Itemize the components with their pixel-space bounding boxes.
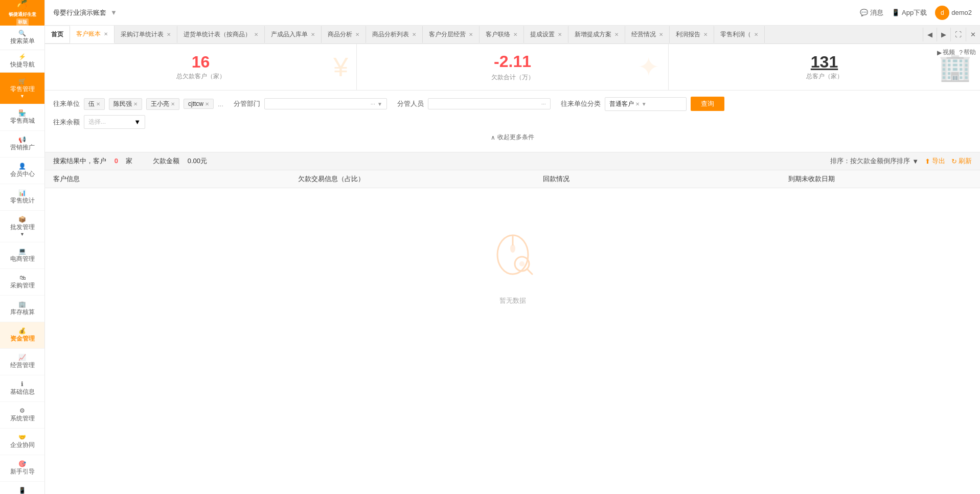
message-icon: 💬 bbox=[860, 9, 868, 16]
tab-scroll-right[interactable]: ▶ bbox=[937, 28, 950, 41]
tab-new-tip-plan-close[interactable]: ✕ bbox=[614, 32, 619, 37]
query-button[interactable]: 查询 bbox=[691, 97, 724, 111]
tab-inbound-stats-label: 进货单统计表（按商品） bbox=[184, 30, 251, 39]
dept-select[interactable]: ··· ▼ bbox=[264, 98, 387, 109]
sidebar-item-operations[interactable]: 📈 经营管理 bbox=[0, 349, 44, 375]
sidebar-item-app-center[interactable]: 📱 应用中心 bbox=[0, 482, 44, 494]
tab-cost-inbound-close[interactable]: ✕ bbox=[311, 32, 315, 37]
tab-actions: ◀ ▶ ⛶ ✕ bbox=[923, 28, 980, 41]
sidebar-item-ecommerce[interactable]: 💻 电商管理 bbox=[0, 242, 44, 269]
balance-select[interactable]: 选择... ▼ bbox=[84, 115, 145, 129]
refresh-label: 刷新 bbox=[959, 156, 972, 166]
sidebar-item-retail-mall[interactable]: 🏪 零售商城 bbox=[0, 104, 44, 131]
export-btn[interactable]: ⬆ 导出 bbox=[925, 156, 945, 166]
sidebar-item-marketing[interactable]: 📢 营销推广 bbox=[0, 131, 44, 158]
th-overdue-date: 到期未收款日期 bbox=[788, 174, 972, 184]
empty-text: 暂无数据 bbox=[499, 296, 526, 305]
filter-tag-1: 伍 ✕ bbox=[84, 98, 105, 110]
tab-customer-segment[interactable]: 客户分层经营 ✕ bbox=[423, 26, 480, 43]
sidebar-item-enterprise-collab[interactable]: 🤝 企业协同 bbox=[0, 429, 44, 455]
filter-more-tags[interactable]: ... bbox=[218, 100, 223, 108]
app-download-btn[interactable]: 📱 App下载 bbox=[892, 8, 927, 17]
tab-maximize[interactable]: ⛶ bbox=[950, 28, 966, 41]
tab-product-analysis-close[interactable]: ✕ bbox=[355, 32, 359, 37]
sidebar-item-purchase-mgmt[interactable]: 🛍 采购管理 bbox=[0, 269, 44, 296]
sidebar-item-wholesale-mgmt[interactable]: 📦 批发管理 ▼ bbox=[0, 211, 44, 242]
tab-scroll-left[interactable]: ◀ bbox=[923, 28, 937, 41]
tab-purchase-order-close[interactable]: ✕ bbox=[167, 32, 171, 37]
tab-purchase-order-stats[interactable]: 采购订单统计表 ✕ bbox=[115, 26, 177, 43]
tab-product-analysis-list-label: 商品分析列表 bbox=[372, 30, 409, 39]
tab-close-all[interactable]: ✕ bbox=[966, 28, 980, 41]
tab-profit-report[interactable]: 利润报告 ✕ bbox=[670, 26, 714, 43]
sidebar-item-system[interactable]: ⚙ 系统管理 bbox=[0, 402, 44, 429]
sidebar-item-retail-stats[interactable]: 📊 零售统计 bbox=[0, 184, 44, 211]
refresh-btn[interactable]: ↻ 刷新 bbox=[951, 156, 972, 166]
stat-total-customers: 🏢 131 总客户（家） ▶ 视频 ? 帮助 bbox=[669, 44, 980, 90]
user-info[interactable]: d demo2 bbox=[935, 6, 972, 20]
unit-type-tag-close[interactable]: ✕ bbox=[635, 101, 640, 107]
help-btn[interactable]: ? 帮助 bbox=[959, 48, 976, 57]
logo-text: 畅捷通好生意 bbox=[9, 12, 36, 17]
stats-bar: ¥ 16 总欠款客户（家） ✦ -2.11 欠款合计（万） 🏢 131 总客户（… bbox=[45, 44, 980, 91]
collapse-btn[interactable]: ∧ 收起更多条件 bbox=[491, 133, 534, 142]
unit-type-label: 往来单位分类 bbox=[561, 99, 601, 108]
person-select[interactable]: ··· bbox=[428, 98, 551, 109]
tab-retail-profit-close[interactable]: ✕ bbox=[754, 32, 758, 37]
sidebar-item-finance[interactable]: 💰 资金管理 bbox=[0, 322, 44, 349]
filter-collapse-row: ∧ 收起更多条件 bbox=[53, 133, 972, 142]
sidebar-item-basic-info[interactable]: ℹ 基础信息 bbox=[0, 375, 44, 402]
tab-product-analysis-list[interactable]: 商品分析列表 ✕ bbox=[366, 26, 423, 43]
tab-tip-settings-close[interactable]: ✕ bbox=[558, 32, 562, 37]
filter-tag-1-close[interactable]: ✕ bbox=[96, 101, 100, 107]
search-result-info: 搜索结果中，客户 0 家 欠款金额 0.00元 bbox=[53, 156, 219, 166]
tab-customer-contact[interactable]: 客户联络 ✕ bbox=[480, 26, 524, 43]
top-header: 母婴行业演示账套 ▼ 💬 消息 📱 App下载 d demo2 bbox=[45, 0, 980, 26]
tab-product-analysis-list-close[interactable]: ✕ bbox=[412, 32, 416, 37]
filter-tag-4-close[interactable]: ✕ bbox=[205, 101, 209, 107]
unit-label: 往来单位 bbox=[53, 99, 80, 108]
tab-product-analysis[interactable]: 商品分析 ✕ bbox=[322, 26, 366, 43]
tab-customer-ledger[interactable]: 客户账本 ✕ bbox=[70, 26, 115, 43]
video-btn[interactable]: ▶ 视频 bbox=[937, 48, 955, 57]
balance-arrow: ▼ bbox=[134, 118, 141, 126]
filter-tag-2-close[interactable]: ✕ bbox=[133, 101, 138, 107]
tab-inbound-stats[interactable]: 进货单统计表（按商品） ✕ bbox=[177, 26, 265, 43]
dept-label: 分管部门 bbox=[234, 99, 260, 108]
tenant-dropdown-icon[interactable]: ▼ bbox=[110, 9, 117, 16]
sidebar-item-member-center[interactable]: 👤 会员中心 bbox=[0, 158, 44, 184]
th-collection: 回款情况 bbox=[543, 174, 788, 184]
filter-tag-3-close[interactable]: ✕ bbox=[171, 101, 175, 107]
message-btn[interactable]: 💬 消息 bbox=[860, 8, 883, 17]
th-debt-info: 欠款交易信息（占比） bbox=[298, 174, 543, 184]
sort-select[interactable]: 排序：按欠款金额倒序排序 ▼ bbox=[830, 156, 919, 166]
app-download-label: App下载 bbox=[902, 8, 927, 17]
sidebar-item-retail-mgmt[interactable]: 🛒 零售管理 ▼ bbox=[0, 73, 44, 104]
tab-home[interactable]: 首页 bbox=[45, 26, 70, 43]
top-header-right: 💬 消息 📱 App下载 d demo2 bbox=[860, 6, 972, 20]
video-icon: ▶ bbox=[937, 49, 942, 56]
tab-inbound-stats-close[interactable]: ✕ bbox=[254, 32, 258, 37]
dept-arrow-icon: ▼ bbox=[377, 101, 382, 107]
result-text: 搜索结果中，客户 0 家 bbox=[53, 157, 141, 165]
tab-operation-status[interactable]: 经营情况 ✕ bbox=[625, 26, 670, 43]
stat-total-debtors: ¥ 16 总欠款客户（家） bbox=[45, 44, 357, 90]
unit-type-select[interactable]: 普通客户 ✕ ▼ bbox=[605, 97, 687, 111]
tab-tip-settings[interactable]: 提成设置 ✕ bbox=[524, 26, 568, 43]
tab-customer-ledger-close[interactable]: ✕ bbox=[104, 31, 108, 37]
filter-area: 往来单位 伍 ✕ 陈民强 ✕ 王小亮 ✕ cjttcw ✕ ... bbox=[45, 91, 980, 152]
sidebar-item-search[interactable]: 🔍 搜索菜单 bbox=[0, 26, 44, 50]
logo-sub: 标版 bbox=[16, 18, 29, 26]
tab-new-tip-plan[interactable]: 新增提成方案 ✕ bbox=[568, 26, 625, 43]
tab-retail-profit[interactable]: 零售利润（ ✕ bbox=[714, 26, 765, 43]
sidebar-item-quick-nav[interactable]: ⚡ 快捷导航 bbox=[0, 50, 44, 73]
sidebar-item-inventory[interactable]: 🏢 库存核算 bbox=[0, 296, 44, 322]
balance-label: 往来余额 bbox=[53, 118, 80, 127]
tab-profit-report-close[interactable]: ✕ bbox=[703, 32, 708, 37]
tab-cost-inbound[interactable]: 产成品入库单 ✕ bbox=[265, 26, 322, 43]
tab-customer-segment-close[interactable]: ✕ bbox=[469, 32, 473, 37]
tab-customer-contact-close[interactable]: ✕ bbox=[513, 32, 517, 37]
sidebar-item-guide[interactable]: 🎯 新手引导 bbox=[0, 455, 44, 482]
tab-operation-status-close[interactable]: ✕ bbox=[659, 32, 663, 37]
filter-tag-3: 王小亮 ✕ bbox=[146, 98, 179, 110]
